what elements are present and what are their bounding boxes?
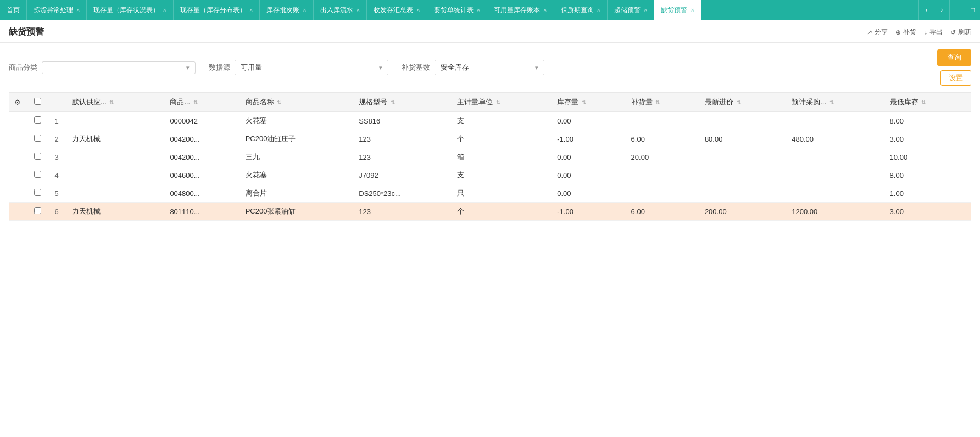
- datasource-label: 数据源: [209, 63, 230, 72]
- tab-next-button[interactable]: ›: [934, 0, 949, 20]
- cell-index: 5: [47, 184, 66, 203]
- table-row[interactable]: 1 0000042 火花塞 SS816 支 0.00 8.00: [9, 112, 971, 130]
- cell-spec: DS250*23c...: [353, 184, 452, 203]
- cell-product-code: 004200...: [164, 148, 240, 166]
- data-table: ⚙ 默认供应... ⇅ 商品... ⇅ 商品名称: [9, 92, 971, 221]
- th-spec[interactable]: 规格型号 ⇅: [353, 93, 452, 112]
- th-product-code[interactable]: 商品... ⇅: [164, 93, 240, 112]
- table-row[interactable]: 2 力天机械 004200... PC200油缸庄子 123 个 -1.00 6…: [9, 130, 971, 148]
- cell-latest-price: 80.00: [699, 130, 786, 148]
- close-icon[interactable]: ×: [597, 7, 600, 13]
- tab-batch-account[interactable]: 库存批次账 ×: [260, 0, 313, 20]
- close-icon[interactable]: ×: [543, 7, 547, 13]
- cell-checkbox[interactable]: [29, 148, 47, 166]
- th-settings[interactable]: ⚙: [9, 93, 29, 112]
- cell-product-name: 火花塞: [240, 112, 354, 130]
- tab-abnormal[interactable]: 拣货异常处理 ×: [27, 0, 87, 20]
- table-row[interactable]: 3 004200... 三九 123 箱 0.00 20.00 10.00: [9, 148, 971, 166]
- cell-product-code: 0000042: [164, 112, 240, 130]
- cell-stock-qty: -1.00: [552, 203, 625, 221]
- refresh-action[interactable]: ↺ 刷新: [950, 27, 971, 37]
- settings-button[interactable]: 设置: [940, 70, 971, 86]
- chevron-down-icon: ▾: [535, 64, 538, 71]
- cell-stock-qty: 0.00: [552, 112, 625, 130]
- cell-checkbox[interactable]: [29, 184, 47, 203]
- row-checkbox[interactable]: [34, 207, 41, 214]
- replenish-base-filter-item: 补货基数 安全库存 ▾: [402, 60, 544, 75]
- cell-latest-price: [699, 112, 786, 130]
- tab-receive-summary[interactable]: 收发存汇总表 ×: [367, 0, 427, 20]
- close-icon[interactable]: ×: [76, 7, 80, 13]
- window-maximize-button[interactable]: □: [965, 0, 980, 20]
- cell-est-purchase: 480.00: [786, 130, 884, 148]
- th-supplier[interactable]: 默认供应... ⇅: [66, 93, 164, 112]
- cell-est-purchase: [786, 166, 884, 184]
- row-checkbox[interactable]: [34, 153, 41, 160]
- tab-inventory-dist[interactable]: 现存量（库存分布表） ×: [174, 0, 260, 20]
- replenish-base-select[interactable]: 安全库存 ▾: [435, 60, 544, 75]
- select-all-checkbox[interactable]: [34, 98, 41, 105]
- th-latest-price[interactable]: 最新进价 ⇅: [699, 93, 786, 112]
- tab-expiry-query[interactable]: 保质期查询 ×: [554, 0, 608, 20]
- cell-index: 2: [47, 130, 66, 148]
- category-select[interactable]: ▾: [42, 61, 196, 74]
- cell-supplier: [66, 112, 164, 130]
- cell-product-code: 004200...: [164, 130, 240, 148]
- cell-product-name: 离合片: [240, 184, 354, 203]
- cell-product-code: 004800...: [164, 184, 240, 203]
- th-unit[interactable]: 主计量单位 ⇅: [452, 93, 552, 112]
- cell-min-stock: 3.00: [884, 130, 971, 148]
- cell-checkbox[interactable]: [29, 112, 47, 130]
- tab-inout-flow[interactable]: 出入库流水 ×: [314, 0, 367, 20]
- th-product-name[interactable]: 商品名称 ⇅: [240, 93, 354, 112]
- close-icon[interactable]: ×: [249, 7, 253, 13]
- close-icon[interactable]: ×: [477, 7, 480, 13]
- th-replenish-qty[interactable]: 补货量 ⇅: [626, 93, 699, 112]
- close-icon[interactable]: ×: [357, 7, 360, 13]
- cell-stock-qty: 0.00: [552, 148, 625, 166]
- row-checkbox[interactable]: [34, 189, 41, 196]
- cell-checkbox[interactable]: [29, 166, 47, 184]
- th-checkbox: [29, 93, 47, 112]
- cell-replenish-qty: 6.00: [626, 130, 699, 148]
- close-icon[interactable]: ×: [644, 7, 647, 13]
- cell-index: 3: [47, 148, 66, 166]
- table-row[interactable]: 6 力天机械 801110... PC200张紧油缸 123 个 -1.00 6…: [9, 203, 971, 221]
- window-minimize-button[interactable]: —: [949, 0, 965, 20]
- query-button[interactable]: 查询: [937, 49, 971, 66]
- table-header-row: ⚙ 默认供应... ⇅ 商品... ⇅ 商品名称: [9, 93, 971, 112]
- cell-checkbox[interactable]: [29, 130, 47, 148]
- share-action[interactable]: ↗ 分享: [867, 27, 888, 37]
- table-row[interactable]: 4 004600... 火花塞 J7092 支 0.00 8.00: [9, 166, 971, 184]
- tab-inventory-status[interactable]: 现存量（库存状况表） ×: [87, 0, 173, 20]
- cell-checkbox[interactable]: [29, 203, 47, 221]
- row-checkbox[interactable]: [34, 116, 41, 124]
- tab-overstock[interactable]: 超储预警 ×: [608, 0, 654, 20]
- th-stock-qty[interactable]: 库存量 ⇅: [552, 93, 625, 112]
- export-action[interactable]: ↓ 导出: [924, 27, 943, 37]
- cell-index: 1: [47, 112, 66, 130]
- tab-home[interactable]: 首页: [0, 0, 27, 20]
- th-min-stock[interactable]: 最低库存 ⇅: [884, 93, 971, 112]
- th-est-purchase[interactable]: 预计采购... ⇅: [786, 93, 884, 112]
- table-row[interactable]: 5 004800... 离合片 DS250*23c... 只 0.00 1.00: [9, 184, 971, 203]
- close-icon[interactable]: ×: [691, 7, 694, 13]
- cell-stock-qty: -1.00: [552, 130, 625, 148]
- cell-spec: 123: [353, 130, 452, 148]
- main-content: 缺货预警 ↗ 分享 ⊕ 补货 ↓ 导出 ↺ 刷新 商品分类: [0, 20, 980, 437]
- settings-icon: ⚙: [14, 98, 21, 107]
- tab-order-stats[interactable]: 要货单统计表 ×: [427, 0, 487, 20]
- row-checkbox[interactable]: [34, 135, 41, 142]
- cell-replenish-qty: [626, 184, 699, 203]
- tab-prev-button[interactable]: ‹: [918, 0, 934, 20]
- replenish-action[interactable]: ⊕ 补货: [895, 27, 916, 37]
- row-checkbox[interactable]: [34, 171, 41, 178]
- close-icon[interactable]: ×: [163, 7, 166, 13]
- cell-settings: [9, 166, 29, 184]
- tab-available-ledger[interactable]: 可用量库存账本 ×: [487, 0, 554, 20]
- close-icon[interactable]: ×: [303, 7, 306, 13]
- close-icon[interactable]: ×: [416, 7, 420, 13]
- datasource-select[interactable]: 可用量 ▾: [235, 60, 388, 75]
- tab-shortage[interactable]: 缺货预警 ×: [654, 0, 701, 20]
- cell-min-stock: 8.00: [884, 112, 971, 130]
